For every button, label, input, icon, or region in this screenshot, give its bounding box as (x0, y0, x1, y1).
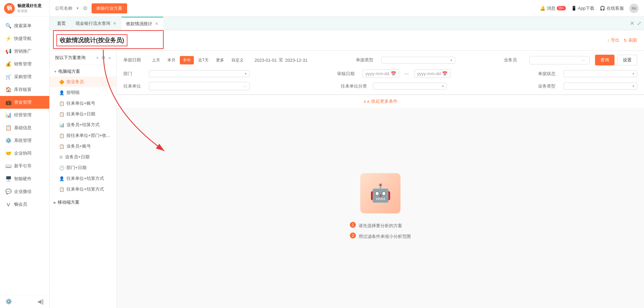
logo-line2: 标准版 (17, 9, 42, 13)
tree-item-by-detail[interactable]: 👤按明细 (50, 87, 116, 98)
scheme-settings-btn[interactable]: ⚙ (101, 55, 106, 60)
refresh-icon: ↻ (624, 38, 627, 43)
tree-item-unit-dept-collect[interactable]: 📋按往来单位+部门+收... (50, 130, 116, 141)
review-date-to-value: yyyy-mm-dd (417, 71, 441, 76)
from-unit-more-icon: ··· (243, 84, 247, 89)
biz-type-select[interactable]: ▾ (564, 83, 637, 90)
logo-area: 畅 畅捷通好生意 标准版 (0, 0, 49, 17)
page-title: 收款情况统计(按业务员) (56, 34, 127, 46)
sidebar-item-shortcut[interactable]: ⚡ 快捷导航 (0, 32, 49, 45)
sidebar-item-marketing[interactable]: 📢 营销推广 (0, 45, 49, 58)
section-arrow-1: ▶ (54, 201, 56, 204)
sidebar-item-sales[interactable]: 💰 销售管理 (0, 58, 49, 70)
tree-item-staff-date[interactable]: ⚙业务员+日期 (50, 152, 116, 162)
biz-type-label: 业务类型 (538, 83, 558, 89)
tree-section-1: ▶移动端方案 (50, 196, 116, 209)
sidebar-item-wechat[interactable]: 💬 企业微信 (0, 185, 49, 198)
tree-item-staff-settlement[interactable]: 📊业务员+结算方式 (50, 119, 116, 130)
date-separator: 至 (279, 57, 283, 63)
date-tab-0[interactable]: 上月 (149, 56, 163, 64)
app-icon: 📱 (571, 6, 577, 11)
date-tab-4[interactable]: 更多 (213, 56, 227, 64)
sidebar-item-capital[interactable]: 💼 资金管理 (0, 96, 49, 109)
tip-item-1: 1 请先选择要分析的方案 (350, 221, 411, 230)
sidebar-item-guide[interactable]: 📖 新手引导 (0, 160, 49, 172)
staff-more-icon: ··· (582, 58, 585, 63)
app-download-action[interactable]: 📱 App下载 (571, 5, 594, 11)
tab-home[interactable]: 首页 (52, 17, 71, 30)
header-settings-icon[interactable]: ⚙ (83, 5, 88, 11)
calendar-icon-from: 📅 (391, 71, 396, 76)
maximize-btn[interactable]: ⤢ (637, 20, 641, 27)
header-left: 公司名称 ▾ ⚙ 体验行业方案 (55, 3, 127, 13)
dept-arrow: ▾ (245, 72, 247, 75)
app-download-label: App下载 (578, 5, 594, 11)
doc-status-select[interactable]: ▾ (564, 70, 637, 77)
doc-type-select[interactable]: ▾ (381, 57, 455, 64)
tree-item-unit-date[interactable]: 📋往来单位+日期 (50, 109, 116, 119)
scheme-tree: ▼电脑端方案🔶按业务员👤按明细📋往来单位+账号📋往来单位+日期📊业务员+结算方式… (50, 65, 116, 209)
export-button[interactable]: ↑ 导出 (607, 37, 620, 43)
collapse-bar[interactable]: ∧∧ 收起更多条件 (117, 95, 644, 108)
export-label: 导出 (611, 37, 620, 43)
tab-receipt[interactable]: 收款情况统计✕ (121, 17, 163, 30)
tree-section-label-1[interactable]: ▶移动端方案 (50, 197, 116, 207)
message-badge: 99+ (557, 6, 566, 10)
sidebar-item-hardware[interactable]: 🖥️ 智能硬件 (0, 172, 49, 185)
date-tab-3[interactable]: 近7天 (195, 56, 212, 64)
sidebar-icon-shortcut: ⚡ (5, 36, 11, 42)
sidebar-item-inventory[interactable]: 🏠 库存核算 (0, 83, 49, 96)
date-tab-2[interactable]: 本年 (180, 56, 194, 64)
sidebar-item-system[interactable]: ⚙️ 系统管理 (0, 134, 49, 147)
tab-bank[interactable]: 现金银行流水查询✕ (71, 17, 121, 30)
tree-item-unit-account[interactable]: 📋往来单位+账号 (50, 98, 116, 109)
tree-item-dept-date[interactable]: 🕐部门+日期 (50, 162, 116, 173)
export-icon: ↑ (607, 38, 610, 43)
refresh-button[interactable]: ↻ 刷新 (624, 37, 637, 43)
dropdown-arrow[interactable]: ▾ (76, 6, 79, 11)
sidebar-item-member[interactable]: V 畅会员 (0, 198, 49, 211)
tree-item-unit-settlement2[interactable]: 👤往来单位+结算方式 (50, 173, 116, 184)
online-service-action[interactable]: 🎧 在线客服 (600, 5, 624, 11)
sidebar-item-corp[interactable]: 🤝 企业协同 (0, 147, 49, 160)
sidebar-item-basic[interactable]: 📋 基础信息 (0, 121, 49, 134)
sidebar-item-purchase[interactable]: 🛒 采购管理 (0, 70, 49, 83)
add-scheme-btn[interactable]: + (96, 55, 99, 60)
tab-bar: 首页现金银行流水查询✕收款情况统计✕ ✕ ⤢ (50, 17, 644, 30)
review-date-from[interactable]: yyyy-mm-dd 📅 (363, 69, 399, 78)
tree-item-unit-settlement3[interactable]: 📋往来单位+结算方式 (50, 184, 116, 195)
sidebar-icon-capital: 💼 (5, 99, 11, 105)
settings-icon[interactable]: ⚙️ (5, 298, 12, 305)
settings-filter-button[interactable]: 设置 (617, 55, 637, 65)
tab-close-bank[interactable]: ✕ (113, 21, 116, 26)
collapse-panel-btn[interactable]: « (108, 55, 111, 60)
tab-close-receipt[interactable]: ✕ (155, 21, 158, 26)
tree-item-staff-account[interactable]: 📋业务员+账号 (50, 141, 116, 152)
from-unit-category-select[interactable]: ▾ (373, 83, 447, 90)
empty-illustration: 🤖 (360, 173, 400, 213)
from-unit-category-arrow: ▾ (442, 84, 444, 88)
collapse-sidebar-icon[interactable]: ◀‖ (37, 298, 44, 305)
sidebar-item-operation[interactable]: 📊 经营管理 (0, 109, 49, 121)
sidebar-item-search[interactable]: 🔍 搜索菜单 (0, 19, 49, 32)
tree-label-by-staff: 按业务员 (66, 79, 84, 85)
review-date-to[interactable]: yyyy-mm-dd 📅 (414, 69, 451, 78)
user-avatar[interactable]: Rit (629, 4, 639, 13)
sidebar-icon-sales: 💰 (5, 61, 11, 67)
tree-section-label-0[interactable]: ▼电脑端方案 (50, 66, 116, 76)
tree-item-by-staff[interactable]: 🔶按业务员 (50, 76, 116, 87)
dept-select[interactable]: ▾ (149, 70, 250, 77)
query-button[interactable]: 查询 (595, 55, 614, 65)
from-unit-input[interactable]: ··· (149, 82, 250, 90)
sidebar-label-system: 系统管理 (14, 138, 32, 144)
date-tab-5[interactable]: 自定义 (228, 56, 247, 64)
date-tabs: 上月本月本年近7天更多自定义 (149, 56, 247, 64)
trial-button[interactable]: 体验行业方案 (92, 3, 127, 13)
from-unit-label: 往来单位 (123, 83, 144, 89)
staff-select[interactable]: ··· (529, 56, 590, 64)
date-tab-1[interactable]: 本月 (164, 56, 178, 64)
close-window-btn[interactable]: ✕ (630, 20, 634, 27)
logo-text: 畅捷通好生意 标准版 (17, 3, 42, 13)
sidebar-label-hardware: 智能硬件 (14, 176, 32, 182)
message-action[interactable]: 🔔 消息 99+ (540, 5, 566, 11)
